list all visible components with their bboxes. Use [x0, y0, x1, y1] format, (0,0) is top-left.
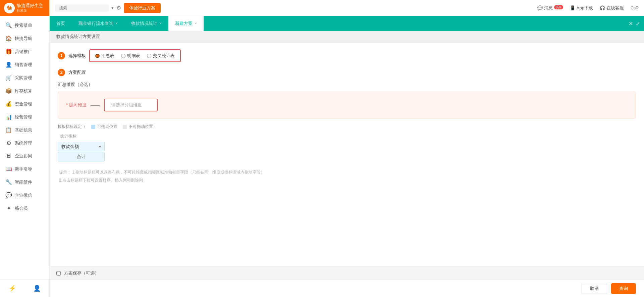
tab-receipt-stats[interactable]: 收款情况统计 × [124, 16, 168, 31]
tabbar-actions: ✕ ⤢ [629, 20, 644, 27]
metrics-total: 合计 [58, 152, 105, 161]
footer-bar: 方案保存（可选） [50, 266, 644, 280]
sidebar-item-label: 畅会员 [15, 205, 28, 211]
sidebar-item-operation[interactable]: 📊经营管理 [0, 110, 49, 123]
dimension-area: * 纵向维度 —— 请选择分组维度 [58, 92, 636, 118]
sidebar-item-guide[interactable]: 📖新手引导 [0, 162, 49, 176]
metrics-col-header: 统计指标 [58, 132, 111, 141]
username: CaR [631, 6, 639, 10]
dimension-select-placeholder: 请选择分组维度 [111, 102, 142, 107]
gear-icon[interactable]: ⚙ [116, 5, 121, 11]
member-icon: ✦ [5, 205, 12, 211]
notification-item[interactable]: 💬 消息 99+ [537, 5, 563, 11]
notification-badge: 99+ [554, 5, 563, 9]
radio-cross[interactable]: 交叉统计表 [147, 53, 175, 59]
tab-bank-flow-close[interactable]: × [115, 21, 118, 26]
sidebar-item-sales[interactable]: 👤销售管理 [0, 58, 49, 71]
sidebar-bottom: ⚡ 👤 [0, 279, 49, 297]
sidebar-item-label: 企业协同 [15, 153, 32, 159]
sidebar-item-wechat[interactable]: 💬企业微信 [0, 189, 49, 202]
service-item[interactable]: 🎧 在线客服 [600, 5, 624, 11]
radio-summary-input[interactable] [95, 54, 100, 58]
expand-icon[interactable]: ⤢ [636, 20, 640, 27]
step2-header: 2 方案配置 [58, 69, 636, 76]
sidebar-item-label: 营销推广 [15, 49, 32, 55]
trial-button[interactable]: 体验行业方案 [124, 3, 161, 13]
sidebar-bottom-icon-1[interactable]: ⚡ [6, 282, 18, 294]
quick-nav-icon: 🏠 [5, 35, 12, 42]
sidebar-item-system[interactable]: ⚙系统管理 [0, 137, 49, 150]
step2-title: 方案配置 [68, 69, 86, 76]
sidebar-item-label: 库存核算 [15, 88, 32, 94]
non-draggable-label: 不可拖动位置） [129, 124, 157, 130]
arrow-icon: —— [91, 102, 100, 108]
tab-home[interactable]: 首页 [50, 16, 72, 31]
download-icon: 📱 [570, 5, 575, 10]
tip-line2: 2.点击标题栏下拉可设置排序、插入列和删除列 [59, 176, 635, 184]
sidebar-item-purchase[interactable]: 🛒采购管理 [0, 71, 49, 84]
sidebar-item-label: 搜索菜单 [15, 22, 32, 29]
tip-line1: 提示： 1.拖动标题栏可以调整布局，不可跨维度或指标区域拖动栏目字段（只能在同一… [59, 168, 635, 176]
search-input[interactable] [55, 4, 109, 12]
radio-cross-input[interactable] [147, 54, 151, 58]
draggable-dot [91, 125, 95, 129]
operation-icon: 📊 [5, 114, 12, 120]
sidebar-item-label: 快捷导航 [15, 36, 32, 42]
cancel-button[interactable]: 取消 [582, 283, 607, 294]
sidebar-item-marketing[interactable]: 🎁营销推广 [0, 45, 49, 58]
sidebar-item-search-menu[interactable]: 🔍搜索菜单 [0, 19, 49, 32]
save-plan-checkbox[interactable] [56, 271, 61, 276]
sidebar-bottom-icon-2[interactable]: 👤 [31, 282, 43, 294]
tab-receipt-stats-label: 收款情况统计 [131, 20, 157, 27]
header-right: 💬 消息 99+ 📱 App下载 🎧 在线客服 CaR [537, 5, 639, 11]
template-radio-group: 汇总表 明细表 交叉统计表 [89, 49, 181, 62]
tab-new-plan-close[interactable]: × [195, 21, 197, 26]
dimension-select[interactable]: 请选择分组维度 [104, 99, 158, 111]
tab-bank-flow[interactable]: 现金银行流水查询 × [72, 16, 124, 31]
logo-badge: 标准版 [17, 8, 43, 13]
save-plan-label: 方案保存（可选） [64, 270, 99, 276]
notification-label: 消息 [544, 5, 553, 11]
tab-receipt-stats-close[interactable]: × [159, 21, 162, 26]
step2-badge: 2 [58, 69, 65, 76]
hardware-icon: 🔧 [5, 179, 12, 185]
download-item[interactable]: 📱 App下载 [570, 5, 593, 11]
dropdown-icon[interactable]: ▾ [111, 5, 114, 10]
close-all-icon[interactable]: ✕ [629, 20, 633, 27]
query-button[interactable]: 查询 [611, 283, 636, 294]
radio-detail-label: 明细表 [127, 53, 140, 59]
service-label: 在线客服 [606, 5, 624, 11]
metrics-hint-bar: 模板指标设定（ 可拖动位置 不可拖动位置） [58, 124, 636, 130]
sidebar-item-inventory[interactable]: 📦库存核算 [0, 84, 49, 97]
sidebar-item-hardware[interactable]: 🔧智能硬件 [0, 176, 49, 189]
search-menu-icon: 🔍 [5, 22, 12, 29]
radio-detail-input[interactable] [121, 54, 125, 58]
step1-title: 选择模板 [68, 53, 86, 59]
dimension-section-title: 汇总维度（必选） [58, 82, 636, 88]
non-draggable-hint: 不可拖动位置） [123, 124, 157, 130]
sidebar-item-member[interactable]: ✦畅会员 [0, 202, 49, 215]
system-icon: ⚙ [5, 140, 12, 146]
radio-summary[interactable]: 汇总表 [95, 53, 114, 59]
service-icon: 🎧 [600, 5, 605, 10]
sidebar-item-capital[interactable]: 💰资金管理 [0, 97, 49, 110]
sidebar-item-label: 资金管理 [15, 101, 32, 107]
bottom-action-bar: 取消 查询 [50, 280, 644, 297]
metrics-tag-label: 收款金额 [61, 144, 79, 150]
sidebar-item-basic-info[interactable]: 📋基础信息 [0, 123, 49, 137]
vertical-dimension-label: * 纵向维度 [66, 102, 87, 108]
sidebar-item-label: 智能硬件 [15, 179, 32, 185]
basic-info-icon: 📋 [5, 127, 12, 133]
main-area: ▾ ⚙ 体验行业方案 💬 消息 99+ 📱 App下载 🎧 在线客服 CaR 首… [50, 0, 644, 297]
sidebar-item-quick-nav[interactable]: 🏠快捷导航 [0, 32, 49, 45]
metrics-section: 模板指标设定（ 可拖动位置 不可拖动位置） [58, 124, 636, 161]
metrics-tag-amount[interactable]: 收款金额 ▾ [58, 142, 105, 151]
tab-new-plan[interactable]: 新建方案 × [168, 16, 204, 31]
draggable-label: 可拖动位置 [97, 124, 117, 130]
sidebar-item-enterprise[interactable]: 🖥企业协同 [0, 150, 49, 162]
radio-detail[interactable]: 明细表 [121, 53, 140, 59]
content-area: 收款情况统计方案设置 1 选择模板 汇总表 明细表 [50, 31, 644, 280]
radio-cross-label: 交叉统计表 [153, 53, 175, 59]
metrics-tag-dropdown-icon[interactable]: ▾ [99, 144, 101, 149]
sidebar: 畅 畅捷通好生意 标准版 🔍搜索菜单 🏠快捷导航 🎁营销推广 👤销售管理 🛒采购… [0, 0, 50, 297]
